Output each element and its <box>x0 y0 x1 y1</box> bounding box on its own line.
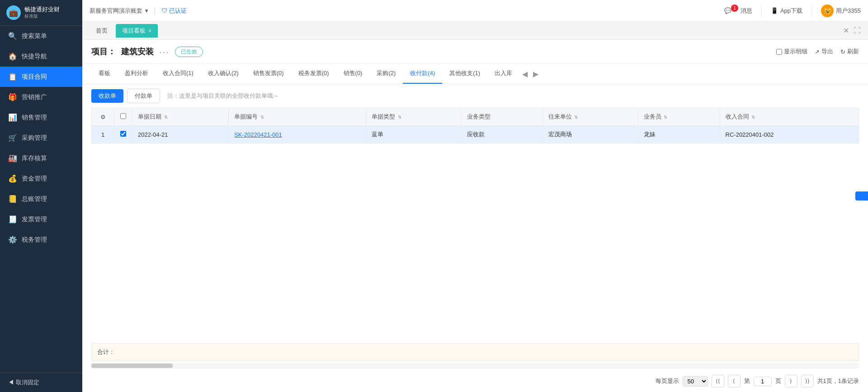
app-logo-icon: 💼 <box>6 5 21 20</box>
sidebar-item-invoice[interactable]: 🧾 发票管理 <box>0 209 82 229</box>
document-link[interactable]: SK-20220421-001 <box>234 131 282 138</box>
col-partner[interactable]: 往来单位 ⇅ <box>542 108 638 126</box>
feedback-button[interactable]: 反馈 <box>855 191 868 201</box>
refresh-button[interactable]: ↻ 刷新 <box>840 48 859 56</box>
sidebar-logo: 💼 畅捷通好业财 标准版 <box>0 0 82 26</box>
next-page-button[interactable]: ⟩ <box>785 375 797 387</box>
data-table-container: ⚙ 单据日期 ⇅ 单据编号 ⇅ 单据类型 <box>82 108 868 343</box>
sidebar-item-label: 快捷导航 <box>22 53 47 61</box>
footer-label: 合计： <box>97 349 115 355</box>
maximize-icon[interactable]: ⛶ <box>854 27 861 35</box>
inventory-icon: 🏭 <box>8 154 17 163</box>
row-partner: 宏茂商场 <box>542 126 638 143</box>
show-detail-checkbox[interactable]: 显示明细 <box>776 48 807 56</box>
user-menu[interactable]: 😺 用户3355 <box>821 5 861 17</box>
export-label: 导出 <box>821 48 833 56</box>
subnav-sales[interactable]: 销售(0) <box>336 64 370 84</box>
current-page-input[interactable] <box>754 377 772 386</box>
export-button[interactable]: ↗ 导出 <box>815 48 833 56</box>
receipts-button[interactable]: 收款单 <box>91 89 123 103</box>
subnav-income-confirm[interactable]: 收入确认(2) <box>201 64 246 84</box>
window-controls: ✕ ⛶ <box>843 26 861 35</box>
sidebar-item-purchase[interactable]: 🛒 采购管理 <box>0 128 82 148</box>
messages-button[interactable]: 💬 1 消息 <box>724 7 752 15</box>
scrollbar-thumb[interactable] <box>91 363 173 368</box>
row-checkbox[interactable] <box>120 131 126 137</box>
sidebar-item-label: 采购管理 <box>22 134 47 142</box>
horizontal-scrollbar[interactable] <box>91 363 859 368</box>
app-version: 标准版 <box>24 13 60 19</box>
tax-icon: ⚙️ <box>8 235 17 244</box>
per-page-select[interactable]: 50 10 20 100 <box>683 376 708 387</box>
col-type[interactable]: 单据类型 ⇅ <box>366 108 462 126</box>
table-footer: 合计： <box>91 343 859 361</box>
sidebar-item-marketing[interactable]: 🎁 营销推广 <box>0 87 82 107</box>
payments-button[interactable]: 付款单 <box>127 89 160 103</box>
toolbar: 收款单 付款单 注：这里是与项目关联的全部收付款单哦～ <box>82 84 868 108</box>
invoice-icon: 🧾 <box>8 215 17 224</box>
dropdown-icon: ▾ <box>145 7 148 14</box>
sidebar-item-contract[interactable]: 📋 项目合同 <box>0 67 82 87</box>
prev-page-button[interactable]: ⟨ <box>728 375 741 387</box>
sidebar-item-sales[interactable]: 📊 销售管理 <box>0 107 82 128</box>
topbar-right: 💬 1 消息 📱 App下载 😺 用户3355 <box>724 5 861 17</box>
row-number[interactable]: SK-20220421-001 <box>229 126 366 143</box>
subnav-other[interactable]: 其他收支(1) <box>442 64 487 84</box>
close-window-icon[interactable]: ✕ <box>843 26 849 35</box>
sidebar-item-tax[interactable]: ⚙️ 税务管理 <box>0 229 82 250</box>
subnav-prev-arrow[interactable]: ◀ <box>519 70 530 78</box>
tab-home[interactable]: 首页 <box>90 24 114 38</box>
shield-icon: 🛡 <box>161 7 167 14</box>
subnav-purchase[interactable]: 采购(2) <box>369 64 403 84</box>
col-settings[interactable]: ⚙ <box>92 108 114 126</box>
sort-number-icon: ⇅ <box>260 115 264 120</box>
last-page-button[interactable]: ⟩⟩ <box>801 375 814 387</box>
home-icon: 🏠 <box>8 52 17 61</box>
project-status-badge: 已生效 <box>175 47 203 57</box>
project-selector[interactable]: 新服务官网演示账套 ▾ <box>90 7 148 15</box>
subnav-tax-invoice[interactable]: 税务发票(0) <box>291 64 336 84</box>
ledger-icon: 📒 <box>8 195 17 203</box>
row-biz-type: 应收款 <box>462 126 542 143</box>
sort-partner-icon: ⇅ <box>574 115 578 120</box>
project-label-prefix: 项目： <box>91 46 116 57</box>
data-table: ⚙ 单据日期 ⇅ 单据编号 ⇅ 单据类型 <box>91 108 859 143</box>
user-avatar: 😺 <box>821 5 834 17</box>
project-header: 项目： 建筑安装 ··· 已生效 显示明细 ↗ 导出 ↻ 刷新 <box>82 40 868 64</box>
tab-project-kanban[interactable]: 项目看板 × <box>116 24 158 38</box>
col-date[interactable]: 单据日期 ⇅ <box>132 108 229 126</box>
first-page-button[interactable]: ⟨⟨ <box>712 375 724 387</box>
sidebar-item-inventory[interactable]: 🏭 库存核算 <box>0 148 82 168</box>
row-salesperson: 龙妹 <box>638 126 720 143</box>
subnav-receipt[interactable]: 收付款(4) <box>403 64 442 84</box>
sidebar-item-ledger[interactable]: 📒 总账管理 <box>0 189 82 209</box>
app-download-button[interactable]: 📱 App下载 <box>771 7 802 15</box>
sidebar-item-shortcut[interactable]: 🏠 快捷导航 <box>0 46 82 67</box>
subnav-next-arrow[interactable]: ▶ <box>530 70 541 78</box>
show-detail-input[interactable] <box>776 49 782 55</box>
subnav-kanban[interactable]: 看板 <box>91 64 118 84</box>
col-salesperson[interactable]: 业务员 ⇅ <box>638 108 720 126</box>
certified-label: 已认证 <box>169 7 187 15</box>
sort-salesperson-icon: ⇅ <box>664 115 667 120</box>
col-checkbox <box>114 108 132 126</box>
subnav-profit[interactable]: 盈利分析 <box>118 64 156 84</box>
more-options-icon[interactable]: ··· <box>159 47 170 57</box>
sidebar-item-finance[interactable]: 💰 资金管理 <box>0 168 82 189</box>
tab-close-icon[interactable]: × <box>148 28 151 34</box>
subnav-sales-invoice[interactable]: 销售发票(0) <box>246 64 291 84</box>
select-all-checkbox[interactable] <box>120 113 126 119</box>
unpin-label: ◀ 取消固定 <box>8 378 39 387</box>
table-row[interactable]: 1 2022-04-21 SK-20220421-001 蓝单 应收款 宏茂商场… <box>92 126 859 143</box>
sidebar-item-search[interactable]: 🔍 搜索菜单 <box>0 26 82 46</box>
refresh-icon: ↻ <box>840 48 845 55</box>
col-income-contract[interactable]: 收入合同 ⇅ <box>720 108 859 126</box>
sort-type-icon: ⇅ <box>398 115 401 120</box>
subnav-income-contract[interactable]: 收入合同(1) <box>156 64 201 84</box>
subnav-inout[interactable]: 出入库 <box>487 64 519 84</box>
unpin-button[interactable]: ◀ 取消固定 <box>0 373 82 392</box>
col-number[interactable]: 单据编号 ⇅ <box>229 108 366 126</box>
certified-badge: 🛡 已认证 <box>161 7 187 15</box>
app-download-label: App下载 <box>780 7 802 15</box>
marketing-icon: 🎁 <box>8 93 17 101</box>
